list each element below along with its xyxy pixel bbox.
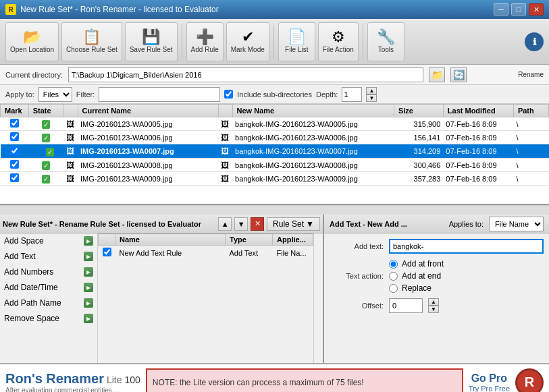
minimize-button[interactable]: ─ bbox=[494, 3, 508, 16]
add-rule-item[interactable]: Add Text▶ bbox=[0, 249, 97, 264]
go-pro-button[interactable]: Go Pro bbox=[471, 372, 507, 385]
current-name-cell: IMG-20160123-WA0005.jpg bbox=[78, 117, 218, 131]
offset-up-button[interactable]: ▲ bbox=[428, 298, 439, 306]
directory-input[interactable] bbox=[68, 67, 423, 82]
add-rule-item[interactable]: Add Date/Time▶ bbox=[0, 280, 97, 296]
col-state[interactable]: State bbox=[28, 105, 63, 117]
tools-button[interactable]: 🔧 Tools bbox=[367, 22, 404, 61]
choose-rule-set-button[interactable]: 📋 Choose Rule Set bbox=[61, 22, 122, 61]
scrollbar-thumb[interactable] bbox=[0, 206, 549, 215]
add-rule-item[interactable]: Add Space▶ bbox=[0, 233, 97, 249]
filter-input[interactable] bbox=[99, 87, 220, 102]
rule-applies-cell: File Na... bbox=[273, 246, 313, 260]
row-mark-checkbox[interactable] bbox=[10, 173, 19, 182]
path-cell: \ bbox=[513, 131, 548, 144]
col-rule-name[interactable]: Name bbox=[115, 234, 226, 246]
new-file-icon: 🖼 bbox=[218, 117, 232, 131]
window-controls: ─ □ ✕ bbox=[494, 3, 544, 16]
include-subdirectories-checkbox[interactable] bbox=[224, 90, 233, 99]
filter-bar: Apply to: Files Filter: Include sub-dire… bbox=[0, 85, 549, 104]
file-action-label: File Action bbox=[323, 46, 354, 53]
depth-down-button[interactable]: ▼ bbox=[366, 94, 377, 102]
table-row[interactable]: ✓🖼IMG-20160123-WA0005.jpg🖼bangkok-IMG-20… bbox=[1, 117, 549, 131]
file-action-button[interactable]: ⚙ File Action bbox=[318, 22, 359, 61]
table-row[interactable]: ✓🖼IMG-20160123-WA0006.jpg🖼bangkok-IMG-20… bbox=[1, 131, 549, 144]
open-location-button[interactable]: 📂 Open Location bbox=[5, 22, 59, 61]
add-text-row: Add text: bbox=[330, 239, 544, 254]
rules-table-header: Name Type Applie... bbox=[99, 234, 313, 246]
rule-down-button[interactable]: ▼ bbox=[234, 217, 248, 231]
info-button[interactable]: ℹ bbox=[525, 32, 544, 51]
rule-table-row[interactable]: New Add Text RuleAdd TextFile Na... bbox=[99, 246, 313, 260]
add-rule-item[interactable]: Remove Space▶ bbox=[0, 311, 97, 327]
app-logo: Ron's Renamer Lite 100 After evaluation … bbox=[5, 371, 140, 393]
col-newicon bbox=[218, 105, 232, 117]
add-rule-play-button[interactable]: ▶ bbox=[84, 298, 93, 308]
bottom-area: New Rule Set* - Rename Rule Set - licens… bbox=[0, 215, 549, 363]
add-at-front-radio[interactable] bbox=[389, 260, 398, 269]
rules-detail: Name Type Applie... New Add Text RuleAdd… bbox=[98, 233, 313, 363]
refresh-button[interactable]: 🔄 bbox=[450, 67, 467, 82]
add-rule-play-button[interactable]: ▶ bbox=[84, 314, 93, 323]
separator-3 bbox=[363, 25, 363, 59]
row-mark-checkbox[interactable] bbox=[10, 160, 19, 169]
state-icon: ✓ bbox=[42, 133, 50, 142]
col-new-name[interactable]: New Name bbox=[232, 105, 394, 117]
save-rule-set-button[interactable]: 💾 Save Rule Set bbox=[125, 22, 178, 61]
add-text-input[interactable] bbox=[389, 239, 544, 254]
add-rule-play-button[interactable]: ▶ bbox=[84, 252, 93, 261]
col-last-modified[interactable]: Last Modified bbox=[443, 105, 513, 117]
table-row[interactable]: ✓🖼IMG-20160123-WA0009.jpg🖼bangkok-IMG-20… bbox=[1, 172, 549, 186]
file-type-icon: 🖼 bbox=[63, 131, 78, 144]
add-rule-play-button[interactable]: ▶ bbox=[84, 283, 93, 292]
promo-message-text: NOTE: the Lite version can process a max… bbox=[153, 378, 364, 387]
close-button[interactable]: ✕ bbox=[529, 3, 544, 16]
add-rule-item[interactable]: Add Path Name▶ bbox=[0, 296, 97, 311]
row-mark-checkbox[interactable] bbox=[10, 132, 19, 141]
table-row[interactable]: ✓🖼IMG-20160123-WA0008.jpg🖼bangkok-IMG-20… bbox=[1, 159, 549, 172]
rule-enabled-checkbox[interactable] bbox=[103, 248, 111, 256]
file-type-icon: 🖼 bbox=[63, 144, 78, 159]
modified-cell: 07-Feb-16 8:09 bbox=[443, 144, 513, 159]
col-applies[interactable]: Applie... bbox=[273, 234, 313, 246]
file-table-container[interactable]: Mark State Current Name New Name Size La… bbox=[0, 104, 549, 205]
col-type[interactable]: Type bbox=[226, 234, 273, 246]
add-rule-play-button[interactable]: ▶ bbox=[84, 236, 93, 246]
maximize-button[interactable]: □ bbox=[511, 3, 526, 16]
depth-up-button[interactable]: ▲ bbox=[366, 87, 377, 94]
offset-down-button[interactable]: ▼ bbox=[428, 306, 439, 313]
applies-to-select[interactable]: File NameExtensionFull Name bbox=[489, 217, 544, 231]
try-pro-free-link[interactable]: Try Pro Free bbox=[469, 385, 510, 393]
rules-scrollbar[interactable] bbox=[313, 233, 323, 363]
offset-row: Offset: ▲ ▼ bbox=[330, 298, 544, 313]
file-list-icon: 📄 bbox=[288, 30, 306, 45]
apply-to-select[interactable]: Files bbox=[38, 87, 72, 102]
rule-up-button[interactable]: ▲ bbox=[218, 217, 232, 231]
new-file-icon: 🖼 bbox=[218, 144, 232, 159]
mark-icon: ✔ bbox=[242, 30, 254, 45]
replace-radio[interactable] bbox=[389, 284, 398, 293]
path-cell: \ bbox=[513, 172, 548, 186]
add-rule-play-button[interactable]: ▶ bbox=[84, 267, 93, 277]
col-current-name[interactable]: Current Name bbox=[78, 105, 218, 117]
separator-2 bbox=[273, 25, 274, 59]
promo-sub-text: After evaluation commercial entities ... bbox=[5, 387, 140, 393]
row-mark-checkbox[interactable] bbox=[10, 146, 19, 155]
add-at-end-radio[interactable] bbox=[389, 272, 398, 281]
add-rule-item[interactable]: Add Numbers▶ bbox=[0, 264, 97, 280]
col-mark[interactable]: Mark bbox=[1, 105, 29, 117]
col-size[interactable]: Size bbox=[394, 105, 443, 117]
add-rule-button[interactable]: ➕ Add Rule bbox=[186, 22, 224, 61]
horizontal-scrollbar[interactable] bbox=[0, 205, 549, 215]
table-row[interactable]: ▶✓🖼IMG-20160123-WA0007.jpg🖼bangkok-IMG-2… bbox=[1, 144, 549, 159]
depth-input[interactable] bbox=[342, 87, 362, 102]
row-mark-checkbox[interactable] bbox=[10, 119, 19, 128]
col-path[interactable]: Path bbox=[513, 105, 548, 117]
file-table-body: ✓🖼IMG-20160123-WA0005.jpg🖼bangkok-IMG-20… bbox=[1, 117, 549, 186]
offset-input[interactable] bbox=[389, 298, 423, 313]
rule-delete-button[interactable]: ✕ bbox=[251, 217, 264, 231]
file-list-button[interactable]: 📄 File List bbox=[278, 22, 315, 61]
browse-folder-button[interactable]: 📁 bbox=[429, 67, 445, 82]
mark-mode-button[interactable]: ✔ Mark Mode bbox=[226, 22, 269, 61]
rule-set-menu-button[interactable]: Rule Set ▼ bbox=[267, 217, 320, 231]
